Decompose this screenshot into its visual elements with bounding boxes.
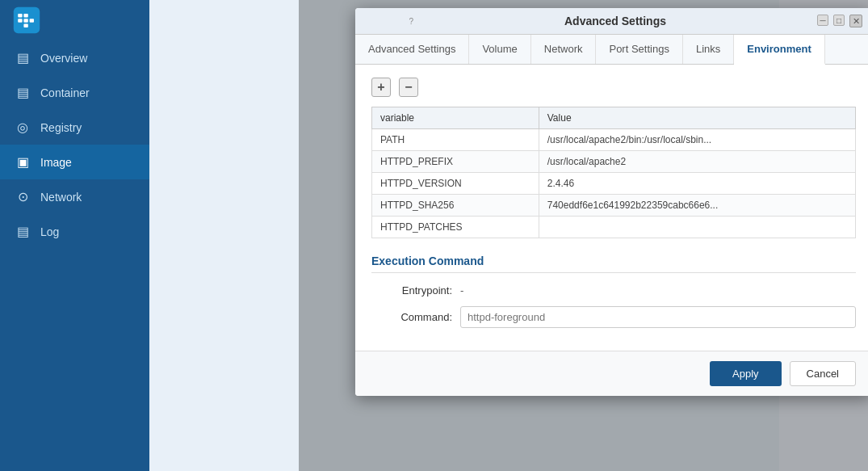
image-icon: ▣ [15, 154, 31, 170]
env-value-cell: 2.4.46 [539, 173, 855, 195]
entrypoint-label: Entrypoint: [371, 284, 452, 296]
sidebar-label-image: Image [40, 156, 72, 169]
container-icon: ▤ [15, 85, 31, 100]
apply-button[interactable]: Apply [710, 361, 782, 386]
command-input[interactable] [460, 306, 856, 328]
maximize-button[interactable]: □ [833, 15, 845, 26]
tab-advanced-settings[interactable]: Advanced Settings [355, 35, 469, 64]
col-header-variable: variable [372, 107, 539, 129]
col-header-value: Value [539, 107, 855, 129]
remove-env-button[interactable]: − [399, 78, 418, 97]
svg-rect-4 [18, 14, 22, 18]
sidebar-item-network[interactable]: ⊙ Network [0, 179, 149, 214]
command-label: Command: [371, 311, 452, 323]
table-row: HTTPD_VERSION2.4.46 [372, 173, 856, 195]
entrypoint-row: Entrypoint: - [371, 284, 856, 296]
sidebar-item-log[interactable]: ▤ Log [0, 214, 149, 249]
env-value-cell: /usr/local/apache2 [539, 151, 855, 173]
tab-port-settings[interactable]: Port Settings [596, 35, 682, 64]
execution-command-title: Execution Command [371, 254, 856, 273]
minimize-button[interactable]: ─ [817, 15, 828, 26]
env-variable-cell: HTTPD_PATCHES [372, 217, 539, 238]
add-env-button[interactable]: + [371, 78, 391, 97]
env-variable-cell: HTTPD_VERSION [372, 173, 539, 195]
modal-footer: Apply Cancel [355, 351, 868, 396]
sidebar-item-image[interactable]: ▣ Image [0, 145, 149, 179]
svg-rect-5 [23, 14, 27, 18]
env-value-cell: 740eddf6e1c641992b22359cabc66e6... [539, 195, 855, 217]
modal-controls: ─ □ ✕ [817, 15, 862, 27]
sidebar-item-overview[interactable]: ▤ Overview [0, 40, 149, 75]
env-variable-cell: HTTPD_PREFIX [372, 151, 539, 173]
sidebar-label-log: Log [40, 225, 59, 238]
app-logo [0, 0, 149, 40]
modal-titlebar: ? Advanced Settings ─ □ ✕ [355, 8, 868, 35]
env-table: variable Value PATH/usr/local/apache2/bi… [371, 107, 856, 238]
registry-icon: ◎ [15, 120, 31, 135]
env-variable-cell: HTTPD_SHA256 [372, 195, 539, 217]
sidebar-label-registry: Registry [40, 121, 82, 134]
table-row: HTTPD_PREFIX/usr/local/apache2 [372, 151, 856, 173]
svg-rect-2 [23, 19, 27, 23]
svg-rect-6 [23, 24, 27, 28]
network-icon: ⊙ [15, 189, 31, 204]
sidebar: ▤ Overview ▤ Container ◎ Registry ▣ Imag… [0, 0, 149, 471]
modal-tabs: Advanced Settings Volume Network Port Se… [355, 35, 868, 65]
svg-rect-3 [30, 19, 34, 23]
tab-links[interactable]: Links [683, 35, 734, 64]
sidebar-label-overview: Overview [40, 52, 87, 65]
sidebar-label-container: Container [40, 86, 90, 99]
command-row: Command: [371, 306, 856, 328]
entrypoint-value: - [460, 284, 463, 296]
tab-network[interactable]: Network [531, 35, 597, 64]
table-row: HTTPD_SHA256740eddf6e1c641992b22359cabc6… [372, 195, 856, 217]
table-row: PATH/usr/local/apache2/bin:/usr/local/sb… [372, 129, 856, 151]
env-value-cell: /usr/local/apache2/bin:/usr/local/sbin..… [539, 129, 855, 151]
env-actions: + − [371, 78, 856, 97]
sidebar-item-container[interactable]: ▤ Container [0, 75, 149, 110]
log-icon: ▤ [15, 224, 31, 239]
tab-environment[interactable]: Environment [734, 35, 824, 65]
close-button[interactable]: ✕ [849, 15, 862, 27]
table-row: HTTPD_PATCHES [372, 217, 856, 238]
modal-body: + − variable Value PATH/usr/local/apache… [355, 65, 868, 351]
tab-volume[interactable]: Volume [469, 35, 530, 64]
advanced-settings-modal: ? Advanced Settings ─ □ ✕ Advanced Setti… [355, 8, 868, 396]
modal-title: Advanced Settings [413, 15, 817, 27]
main-area: 🗄️ 138 MB 🗄️ 422 MB ? Advanced Settings … [149, 0, 868, 471]
docker-icon [12, 6, 41, 35]
modal-overlay: ? Advanced Settings ─ □ ✕ Advanced Setti… [299, 0, 868, 471]
sidebar-item-registry[interactable]: ◎ Registry [0, 110, 149, 145]
env-variable-cell: PATH [372, 129, 539, 151]
env-value-cell [539, 217, 855, 238]
sidebar-label-network: Network [40, 191, 82, 204]
overview-icon: ▤ [15, 50, 31, 65]
cancel-button[interactable]: Cancel [790, 361, 856, 386]
svg-rect-1 [18, 19, 22, 23]
